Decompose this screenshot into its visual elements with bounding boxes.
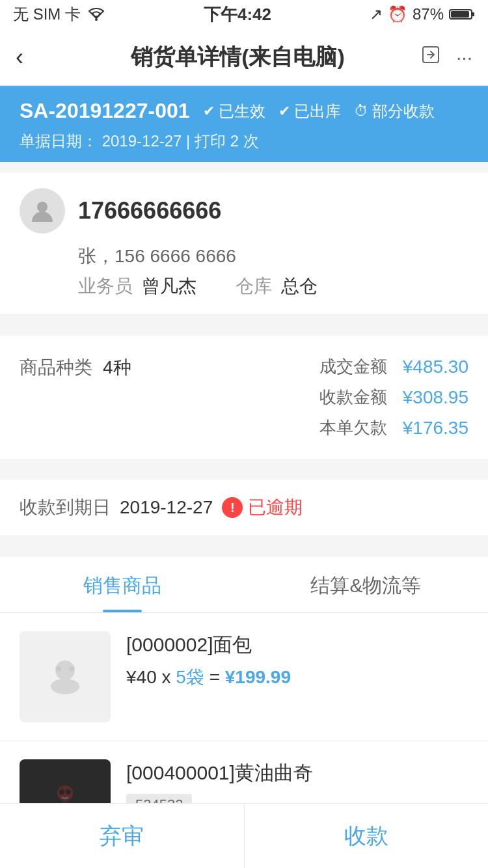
tabs-section: 销售商品 结算&物流等 <box>0 557 488 613</box>
due-section: 收款到期日 2019-12-27 ! 已逾期 <box>0 480 488 536</box>
svg-point-9 <box>69 666 74 671</box>
header-bottom: 单据日期： 2019-12-27 | 打印 2 次 <box>20 131 468 152</box>
back-button[interactable]: ‹ <box>16 44 55 71</box>
page-title: 销货单详情(来自电脑) <box>55 42 421 72</box>
svg-rect-3 <box>451 11 469 18</box>
battery-text: 87% <box>413 5 444 23</box>
status-partial: ⏱ 部分收款 <box>354 101 435 122</box>
svg-rect-2 <box>472 12 474 16</box>
svg-point-5 <box>37 202 47 212</box>
svg-point-0 <box>95 18 98 21</box>
status-right: ↗ ⏰ 87% <box>370 5 475 23</box>
header-banner: SA-20191227-001 ✔ 已生效 ✔ 已出库 ⏱ 部分收款 单据日期：… <box>0 86 488 162</box>
tab-products[interactable]: 销售商品 <box>0 557 244 612</box>
price-sep-1: = <box>204 667 225 687</box>
wifi-icon <box>87 8 105 21</box>
share-button[interactable] <box>421 45 441 69</box>
svg-point-12 <box>66 789 71 794</box>
more-button[interactable]: ··· <box>456 46 472 68</box>
date-label: 单据日期： <box>20 132 98 150</box>
debt-label: 本单欠款 <box>319 416 387 439</box>
due-date-label: 收款到期日 <box>20 495 111 520</box>
stats-section: 商品种类 4种 成交金额 ¥485.30 收款金额 ¥308.95 本单欠款 ¥… <box>0 336 488 459</box>
product-info-1: [0000002]面包 ¥40 x 5袋 = ¥199.99 <box>126 631 468 690</box>
customer-avatar <box>20 188 65 234</box>
check-icon-2: ✔ <box>278 103 290 120</box>
debt-value: ¥176.35 <box>403 418 468 439</box>
status-left: 无 SIM 卡 <box>13 4 105 25</box>
deal-amount-row: 成交金额 ¥485.30 <box>319 355 468 378</box>
status-time: 下午4:42 <box>204 3 271 26</box>
nav-actions: ··· <box>421 45 472 69</box>
collect-amount-label: 收款金额 <box>319 386 387 409</box>
check-icon-1: ✔ <box>203 103 215 120</box>
print-info: | 打印 2 次 <box>186 132 259 150</box>
due-date-value: 2019-12-27 <box>120 497 213 518</box>
svg-point-8 <box>56 666 61 671</box>
status-bar: 无 SIM 卡 下午4:42 ↗ ⏰ 87% <box>0 0 488 29</box>
header-top: SA-20191227-001 ✔ 已生效 ✔ 已出库 ⏱ 部分收款 <box>20 99 468 123</box>
warehouse-label: 仓库 <box>236 274 272 299</box>
product-thumbnail-1 <box>20 631 111 722</box>
warehouse-name: 总仓 <box>281 274 318 299</box>
order-date: 2019-12-27 <box>102 132 182 150</box>
nav-bar: ‹ 销货单详情(来自电脑) ··· <box>0 29 488 86</box>
avatar-icon <box>29 197 56 224</box>
stats-right: 成交金额 ¥485.30 收款金额 ¥308.95 本单欠款 ¥176.35 <box>319 355 468 439</box>
overdue-text: 已逾期 <box>248 495 303 520</box>
price-base-1: ¥40 x <box>126 667 176 687</box>
cancel-button[interactable]: 弃审 <box>0 804 245 868</box>
deal-amount-label: 成交金额 <box>319 355 387 378</box>
status-effective: ✔ 已生效 <box>203 101 265 122</box>
status-shipped: ✔ 已出库 <box>278 101 341 122</box>
customer-row: 17666666666 <box>20 188 468 234</box>
product-name-2: [000400001]黄油曲奇 <box>126 759 468 787</box>
product-image-placeholder-1 <box>39 651 91 703</box>
collect-amount-row: 收款金额 ¥308.95 <box>319 386 468 409</box>
bottom-bar: 弃审 收款 <box>0 803 488 868</box>
carrier-text: 无 SIM 卡 <box>13 4 81 25</box>
svg-point-7 <box>51 679 79 694</box>
collect-amount-value: ¥308.95 <box>403 387 468 408</box>
divider-2 <box>0 315 488 325</box>
clock-icon: ⏱ <box>354 103 368 120</box>
battery-icon <box>449 8 475 21</box>
overdue-icon: ! <box>222 497 243 518</box>
location-icon: ↗ <box>370 5 383 23</box>
product-type-value: 4种 <box>103 355 131 380</box>
warehouse-meta: 仓库 总仓 <box>236 274 318 299</box>
divider-4 <box>0 536 488 547</box>
customer-section: 17666666666 张，156 6666 6666 业务员 曾凡杰 仓库 总… <box>0 172 488 315</box>
divider-1 <box>0 162 488 172</box>
tab-settlement[interactable]: 结算&物流等 <box>244 557 488 612</box>
customer-name-phone: 张，156 6666 6666 <box>78 244 468 269</box>
sales-label: 业务员 <box>78 274 133 299</box>
product-price-1: ¥40 x 5袋 = ¥199.99 <box>126 665 468 690</box>
customer-phone: 17666666666 <box>78 197 221 224</box>
product-name-1: [0000002]面包 <box>126 631 468 658</box>
svg-point-11 <box>59 789 64 794</box>
price-total-1: ¥199.99 <box>225 667 291 687</box>
order-id: SA-20191227-001 <box>20 99 190 123</box>
collect-button[interactable]: 收款 <box>245 804 489 868</box>
debt-row: 本单欠款 ¥176.35 <box>319 416 468 439</box>
deal-amount-value: ¥485.30 <box>403 357 468 377</box>
sales-name: 曾凡杰 <box>142 274 197 299</box>
product-item-1: [0000002]面包 ¥40 x 5袋 = ¥199.99 <box>0 613 488 741</box>
price-qty-1: 5袋 <box>176 667 204 687</box>
sales-meta: 业务员 曾凡杰 <box>78 274 197 299</box>
divider-3 <box>0 459 488 469</box>
product-type-label: 商品种类 <box>20 355 92 380</box>
customer-meta: 业务员 曾凡杰 仓库 总仓 <box>78 274 468 299</box>
alarm-icon: ⏰ <box>388 5 407 23</box>
overdue-badge: ! 已逾期 <box>222 495 303 520</box>
stats-left: 商品种类 4种 <box>20 355 131 380</box>
